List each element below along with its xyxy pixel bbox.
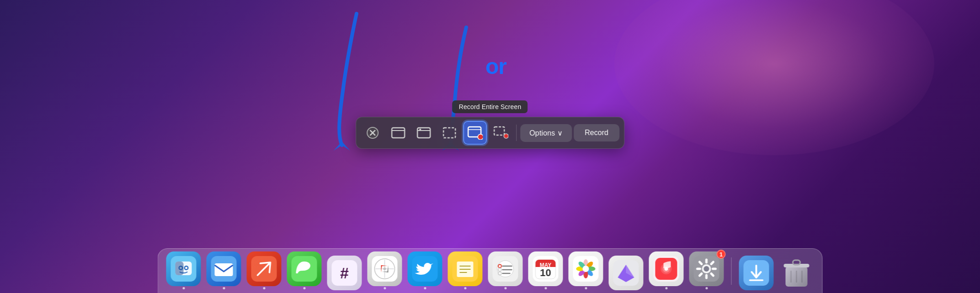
settings-icon: 1	[689, 251, 724, 286]
dock-item-system-preferences[interactable]: 1	[689, 251, 724, 290]
svg-rect-5	[392, 128, 405, 138]
screenshot-selection-button[interactable]	[437, 121, 461, 145]
tooltip: Record Entire Screen	[453, 100, 528, 113]
trash-icon	[779, 256, 814, 290]
svg-line-78	[700, 262, 702, 264]
dock: #	[158, 248, 823, 293]
finder-icon	[166, 251, 201, 286]
downloads-icon	[739, 256, 774, 290]
close-button[interactable]	[361, 121, 384, 145]
music-dot	[665, 287, 667, 289]
messages-dot	[303, 287, 305, 289]
screenshot-window-button[interactable]	[412, 121, 436, 145]
dock-item-safari[interactable]	[368, 251, 402, 290]
record-screen-button[interactable]	[463, 121, 487, 145]
svg-rect-22	[176, 262, 184, 275]
messages-icon	[287, 251, 322, 286]
screenshot-fullscreen-button[interactable]	[386, 121, 410, 145]
dock-item-reminders[interactable]	[488, 251, 523, 290]
svg-point-34	[383, 267, 386, 270]
svg-rect-9	[419, 129, 421, 130]
calendar-icon: MAY 10	[528, 251, 563, 286]
svg-rect-86	[793, 260, 800, 265]
record-portion-button[interactable]	[489, 121, 512, 145]
dock-item-mail[interactable]	[207, 251, 241, 290]
svg-rect-14	[494, 127, 504, 135]
svg-line-81	[700, 274, 702, 276]
svg-rect-10	[443, 128, 455, 138]
dock-item-slack[interactable]: #	[327, 256, 362, 290]
finder-dot	[182, 287, 185, 289]
dock-item-twitter[interactable]	[408, 251, 442, 290]
dock-item-trash[interactable]	[779, 256, 814, 290]
svg-text:#: #	[340, 264, 349, 282]
mail-dot	[223, 287, 225, 289]
photos-icon	[569, 251, 603, 286]
screenshot-toolbar: Options ∨ Record	[356, 117, 624, 149]
dock-separator	[731, 257, 732, 285]
twitter-dot	[424, 287, 426, 289]
dock-item-finder[interactable]	[166, 251, 201, 290]
notes-dot	[464, 287, 466, 289]
calendar-dot	[544, 287, 547, 289]
dock-item-downloads[interactable]	[739, 256, 774, 290]
svg-point-73	[704, 266, 709, 272]
notes-icon	[448, 251, 483, 286]
twitter-icon	[408, 251, 442, 286]
svg-point-13	[478, 134, 483, 140]
options-button[interactable]: Options ∨	[520, 124, 572, 142]
spark-dot	[263, 287, 265, 289]
safari-icon	[368, 251, 402, 286]
photos-dot	[585, 287, 587, 289]
pixelmator-icon	[609, 256, 644, 290]
dock-item-spark[interactable]	[247, 251, 282, 290]
svg-line-79	[711, 274, 714, 276]
dock-item-messages[interactable]	[287, 251, 322, 290]
svg-point-64	[583, 266, 589, 272]
record-button[interactable]: Record	[574, 124, 619, 141]
toolbar-divider	[516, 125, 517, 141]
svg-text:10: 10	[540, 267, 551, 278]
svg-line-80	[711, 262, 714, 264]
mail-icon	[207, 251, 241, 286]
dock-item-music[interactable]	[649, 251, 684, 290]
dock-item-pixelmator[interactable]	[609, 256, 644, 290]
svg-point-21	[185, 267, 187, 269]
slack-icon: #	[327, 256, 362, 290]
safari-dot	[383, 287, 386, 289]
svg-point-15	[504, 134, 508, 138]
dock-item-photos[interactable]	[569, 251, 603, 290]
dock-item-notes[interactable]	[448, 251, 483, 290]
music-icon	[649, 251, 684, 286]
reminders-icon	[488, 251, 523, 286]
spark-icon	[247, 251, 282, 286]
settings-dot	[705, 287, 708, 289]
toolbar-container: Record Entire Screen	[356, 100, 624, 149]
settings-badge: 1	[717, 250, 726, 259]
reminders-dot	[504, 287, 506, 289]
svg-rect-24	[215, 263, 233, 276]
dock-item-calendar[interactable]: MAY 10	[528, 251, 563, 290]
